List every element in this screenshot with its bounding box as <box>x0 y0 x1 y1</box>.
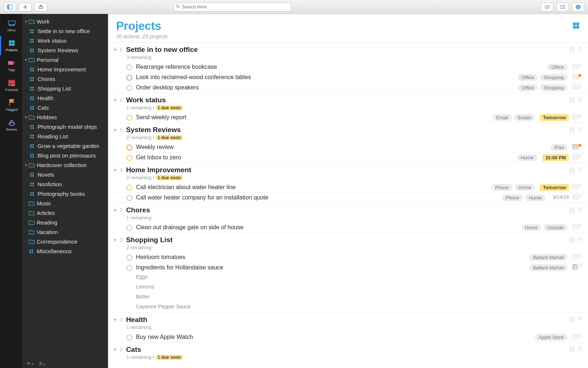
sidebar-item[interactable]: Blog post on pterosaurs <box>22 151 108 160</box>
disclosure-triangle-icon[interactable]: ▼ <box>113 47 117 52</box>
add-sidebar-button[interactable]: ＋▾ <box>26 360 33 367</box>
drag-handle-icon[interactable] <box>119 47 123 52</box>
flag-icon[interactable] <box>577 317 582 322</box>
sidebar-item[interactable]: ▼Hardcover collection <box>22 160 108 170</box>
sidebar-item[interactable]: Nonfiction <box>22 180 108 189</box>
tag-pill[interactable]: Office <box>518 74 538 81</box>
project-header[interactable]: ▼Shopping List <box>108 233 588 245</box>
disclosure-triangle-icon[interactable]: ▼ <box>113 318 117 322</box>
disclosure-triangle-icon[interactable]: ▼ <box>113 347 117 352</box>
disclosure-triangle-icon[interactable]: ▼ <box>113 208 117 212</box>
task-checkbox[interactable] <box>126 145 132 151</box>
flag-icon[interactable] <box>577 47 582 53</box>
task-checkbox[interactable] <box>126 64 132 70</box>
tag-pill[interactable]: Home <box>521 224 542 231</box>
task-row[interactable]: Buy new Apple WatchApple Store <box>108 332 588 342</box>
task-row[interactable]: Look into reclaimed-wood conference tabl… <box>108 72 588 82</box>
flag-icon[interactable] <box>577 127 582 133</box>
tag-pill[interactable]: Home <box>517 154 537 161</box>
note-icon[interactable] <box>573 254 577 259</box>
flag-icon[interactable] <box>577 208 582 213</box>
flag-icon[interactable] <box>577 84 582 90</box>
task-checkbox[interactable] <box>126 85 132 91</box>
sidebar-settings-button[interactable]: ▾ <box>38 360 45 367</box>
rail-forecast[interactable]: Forecast <box>0 76 22 95</box>
focus-button[interactable] <box>541 3 553 11</box>
tag-pill[interactable]: Apple Store <box>535 334 567 341</box>
note-icon[interactable] <box>573 114 577 120</box>
note-icon[interactable] <box>570 208 574 213</box>
cleanup-button[interactable] <box>35 3 47 11</box>
task-row[interactable]: Send weekly reportEmailSusanTomorrow <box>108 113 588 123</box>
rail-review[interactable]: Review <box>0 116 22 135</box>
sidebar-item[interactable]: Reading <box>22 218 108 227</box>
note-icon[interactable] <box>573 224 577 230</box>
sidebar-item[interactable]: Health <box>22 93 108 103</box>
tag-pill[interactable]: Ballard Market <box>529 264 567 271</box>
sidebar-item[interactable]: Photograph model ships <box>22 122 108 132</box>
tag-pill[interactable]: Phone <box>502 194 523 201</box>
task-checkbox[interactable] <box>126 255 132 261</box>
rail-inbox[interactable]: Inbox <box>0 16 22 35</box>
flag-icon[interactable] <box>577 64 582 69</box>
task-checkbox[interactable] <box>126 195 132 201</box>
drag-handle-icon[interactable] <box>119 347 123 352</box>
sidebar-item[interactable]: ▼Work <box>22 17 108 26</box>
note-icon[interactable] <box>570 347 574 352</box>
sidebar-item[interactable]: Music <box>22 199 108 208</box>
sidebar-item[interactable]: Photography books <box>22 189 108 199</box>
tag-pill[interactable]: Outside <box>544 224 567 231</box>
task-row[interactable]: Rearrange reference bookcaseOffice <box>108 62 588 72</box>
task-row[interactable]: Call water heater company for an install… <box>108 192 588 203</box>
task-checkbox[interactable] <box>126 335 132 340</box>
disclosure-triangle-icon[interactable]: ▼ <box>24 56 28 64</box>
disclosure-triangle-icon[interactable]: ▼ <box>113 238 117 242</box>
disclosure-triangle-icon[interactable]: ▼ <box>113 128 117 132</box>
drag-handle-icon[interactable] <box>119 208 123 213</box>
sidebar-item[interactable]: System Reviews <box>22 46 108 55</box>
sidebar-item[interactable]: Correspondence <box>22 237 108 247</box>
tag-pill[interactable]: Shopping <box>540 84 567 91</box>
drag-handle-icon[interactable] <box>119 167 123 173</box>
note-icon[interactable] <box>573 264 577 270</box>
flag-icon[interactable] <box>577 347 582 352</box>
task-checkbox[interactable] <box>126 225 132 231</box>
flag-icon[interactable] <box>577 167 582 173</box>
flag-icon[interactable] <box>577 184 582 190</box>
sidebar-item[interactable]: Settle in to new office <box>22 26 108 36</box>
sidebar-item[interactable]: Home Improvement <box>22 65 108 74</box>
tag-pill[interactable]: Shopping <box>540 74 567 81</box>
project-header[interactable]: ▼Chores <box>108 203 588 215</box>
project-header[interactable]: ▼Health <box>108 313 588 325</box>
project-header[interactable]: ▼Settle in to new office <box>108 43 588 54</box>
tag-pill[interactable]: Ballard Market <box>529 254 567 261</box>
flag-icon[interactable] <box>577 74 582 79</box>
drag-handle-icon[interactable] <box>119 127 123 132</box>
disclosure-triangle-icon[interactable]: ▼ <box>24 18 28 25</box>
task-row[interactable]: Ingredients for Hollandaise sauceBallard… <box>108 262 588 273</box>
tag-pill[interactable]: Susan <box>514 114 535 121</box>
view-button[interactable] <box>556 3 569 11</box>
task-checkbox[interactable] <box>126 185 132 191</box>
flag-icon[interactable] <box>577 237 582 243</box>
project-header[interactable]: ▼Home Improvement <box>108 163 588 175</box>
sidebar-item[interactable]: ▼Hobbies <box>22 113 108 122</box>
flag-icon[interactable] <box>577 144 582 149</box>
tag-pill[interactable]: Home <box>525 194 545 201</box>
drag-handle-icon[interactable] <box>119 237 123 243</box>
sidebar-item[interactable]: Chores <box>22 74 108 84</box>
flag-icon[interactable] <box>577 114 582 120</box>
toggle-sidebar-button[interactable] <box>4 3 16 11</box>
note-icon[interactable] <box>573 154 577 160</box>
note-icon[interactable] <box>573 334 577 339</box>
sidebar-item[interactable]: Grow a vegetable garden <box>22 141 108 151</box>
note-icon[interactable] <box>570 237 574 243</box>
project-header[interactable]: ▼Cats <box>108 343 588 354</box>
task-checkbox[interactable] <box>126 75 132 81</box>
tag-pill[interactable]: Email <box>492 114 512 121</box>
disclosure-triangle-icon[interactable]: ▼ <box>113 98 117 102</box>
flag-icon[interactable] <box>577 334 582 339</box>
project-header[interactable]: ▼Work status <box>108 93 588 105</box>
tag-pill[interactable]: iPad <box>551 144 567 151</box>
disclosure-triangle-icon[interactable]: ▼ <box>24 162 28 169</box>
